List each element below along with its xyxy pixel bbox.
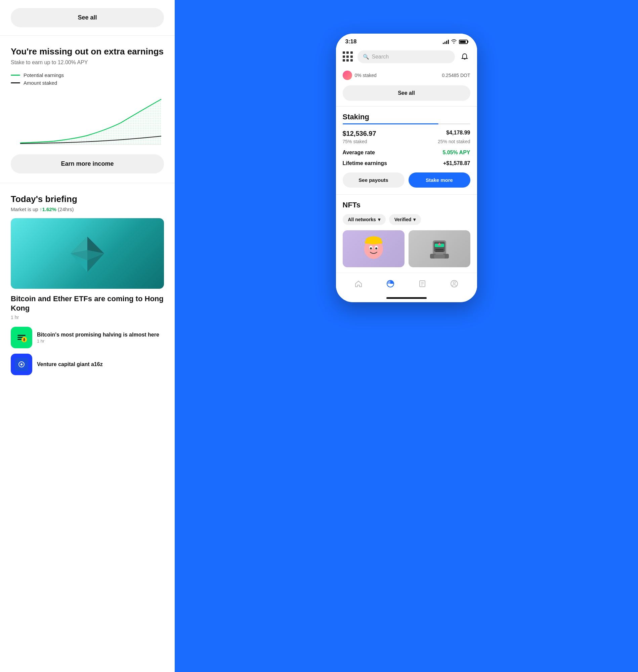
svg-rect-30 bbox=[435, 249, 443, 250]
staking-bar-fill bbox=[343, 124, 438, 125]
home-indicator-bar bbox=[386, 297, 427, 299]
nav-profile[interactable] bbox=[446, 278, 462, 292]
grid-dot bbox=[350, 55, 353, 58]
staked-pct-label: 75% staked bbox=[343, 139, 367, 144]
news-text-1: Bitcoin's most promising halving is almo… bbox=[37, 331, 159, 344]
grid-dot bbox=[350, 59, 353, 62]
not-staked-amount: $4,178.99 bbox=[446, 130, 470, 137]
staked-dollar-amount: $12,536.97 bbox=[343, 130, 376, 137]
missing-earnings-section: You're missing out on extra earnings Sta… bbox=[0, 36, 175, 183]
battery-fill bbox=[460, 41, 466, 43]
staked-overview-row: 0% staked 0.25485 DOT bbox=[336, 67, 477, 83]
lifetime-value: +$1,578.87 bbox=[443, 160, 470, 166]
briefing-title: Today's briefing bbox=[11, 194, 164, 204]
home-icon bbox=[354, 280, 363, 290]
nfts-section: NFTs All networks ▾ Verified ▾ bbox=[336, 194, 477, 273]
nav-home[interactable] bbox=[350, 278, 367, 292]
see-all-top-section: See all bbox=[0, 0, 175, 36]
svg-rect-11 bbox=[17, 335, 26, 336]
status-icons bbox=[443, 39, 468, 45]
nft-filters: All networks ▾ Verified ▾ bbox=[343, 214, 470, 225]
staking-progress-bar bbox=[343, 124, 470, 125]
earnings-chart bbox=[11, 93, 164, 146]
profile-icon bbox=[450, 280, 458, 290]
staking-section: Staking $12,536.97 $4,178.99 75% staked … bbox=[336, 106, 477, 194]
stake-more-button[interactable]: Stake more bbox=[408, 173, 470, 187]
grid-dot bbox=[347, 51, 349, 54]
search-icon: 🔍 bbox=[363, 54, 369, 60]
portfolio-icon bbox=[386, 280, 394, 290]
nft-card-1[interactable] bbox=[343, 230, 404, 267]
news-icon-1: ₿ bbox=[11, 327, 32, 348]
news-text-2: Venture capital giant a16z bbox=[37, 361, 103, 368]
signal-bar-4 bbox=[448, 40, 449, 44]
news-title-2: Venture capital giant a16z bbox=[37, 361, 103, 368]
status-time: 3:18 bbox=[346, 38, 357, 45]
missing-earnings-subtitle: Stake to earn up to 12.00% APY bbox=[11, 60, 164, 66]
menu-grid-icon[interactable] bbox=[343, 51, 353, 62]
legend-staked: Amount staked bbox=[11, 80, 164, 86]
svg-point-19 bbox=[453, 42, 454, 43]
staking-title: Staking bbox=[343, 113, 470, 121]
news-time-1: 1 hr bbox=[37, 339, 159, 344]
verified-filter[interactable]: Verified ▾ bbox=[389, 214, 421, 225]
wifi-icon bbox=[451, 39, 457, 45]
dot-coin-icon bbox=[343, 70, 352, 80]
verified-label: Verified bbox=[394, 217, 412, 222]
news-item-2: Venture capital giant a16z bbox=[11, 354, 164, 375]
nft-char-1-image bbox=[343, 230, 404, 267]
eth-article-image bbox=[11, 218, 164, 289]
market-hours-value: (24hrs) bbox=[58, 207, 74, 212]
signal-bar-3 bbox=[446, 41, 447, 44]
svg-text:₿: ₿ bbox=[23, 338, 25, 342]
avg-rate-row: Average rate 5.05% APY bbox=[343, 150, 470, 155]
lifetime-earnings-row: Lifetime earnings +$1,578.87 bbox=[343, 160, 470, 166]
notification-bell-icon[interactable] bbox=[459, 51, 470, 63]
article-title: Bitcoin and Ether ETFs are coming to Hon… bbox=[11, 294, 164, 313]
legend-potential: Potential earnings bbox=[11, 72, 164, 78]
grid-dot bbox=[343, 51, 345, 54]
article-time: 1 hr bbox=[11, 315, 164, 320]
nft-card-2[interactable] bbox=[408, 230, 470, 267]
svg-point-18 bbox=[20, 363, 22, 365]
briefing-section: Today's briefing Market is up ↑1.62% (24… bbox=[0, 183, 175, 390]
nav-portfolio[interactable] bbox=[382, 278, 399, 292]
staked-pct: 0% staked bbox=[355, 72, 376, 78]
activity-icon bbox=[418, 280, 426, 290]
see-all-top-button[interactable]: See all bbox=[11, 8, 164, 27]
signal-bar-2 bbox=[444, 42, 446, 44]
battery-tip bbox=[467, 41, 468, 43]
phone-header: 🔍 Search bbox=[336, 48, 477, 67]
signal-bar-1 bbox=[443, 43, 444, 44]
legend-black-line bbox=[11, 82, 20, 83]
svg-rect-34 bbox=[434, 255, 445, 259]
all-networks-filter[interactable]: All networks ▾ bbox=[343, 214, 386, 225]
left-panel: See all You're missing out on extra earn… bbox=[0, 0, 175, 672]
search-bar[interactable]: 🔍 Search bbox=[357, 50, 455, 63]
svg-point-25 bbox=[375, 247, 377, 249]
staking-buttons: See payouts Stake more bbox=[343, 173, 470, 187]
phone-mockup: 3:18 bbox=[336, 34, 477, 302]
nav-activity[interactable] bbox=[414, 278, 430, 292]
bottom-nav bbox=[336, 273, 477, 295]
svg-rect-31 bbox=[435, 251, 443, 252]
avg-rate-value: 5.05% APY bbox=[442, 150, 470, 155]
grid-dot bbox=[343, 59, 345, 62]
earn-more-button[interactable]: Earn more income bbox=[11, 154, 164, 174]
missing-earnings-title: You're missing out on extra earnings bbox=[11, 46, 164, 57]
chart-legend: Potential earnings Amount staked bbox=[11, 72, 164, 86]
nft-char-2-image bbox=[408, 230, 470, 267]
grid-dot bbox=[347, 55, 349, 58]
see-all-phone-button[interactable]: See all bbox=[343, 85, 470, 101]
grid-dot bbox=[347, 59, 349, 62]
networks-chevron-icon: ▾ bbox=[378, 217, 380, 222]
signal-icon bbox=[443, 39, 449, 44]
see-payouts-button[interactable]: See payouts bbox=[343, 173, 404, 187]
verified-chevron-icon: ▾ bbox=[413, 217, 416, 222]
legend-staked-label: Amount staked bbox=[23, 80, 57, 86]
avg-rate-label: Average rate bbox=[343, 150, 375, 155]
right-panel: 3:18 bbox=[175, 0, 638, 302]
svg-line-43 bbox=[456, 281, 456, 282]
lifetime-label: Lifetime earnings bbox=[343, 160, 387, 166]
nfts-title: NFTs bbox=[343, 201, 470, 210]
